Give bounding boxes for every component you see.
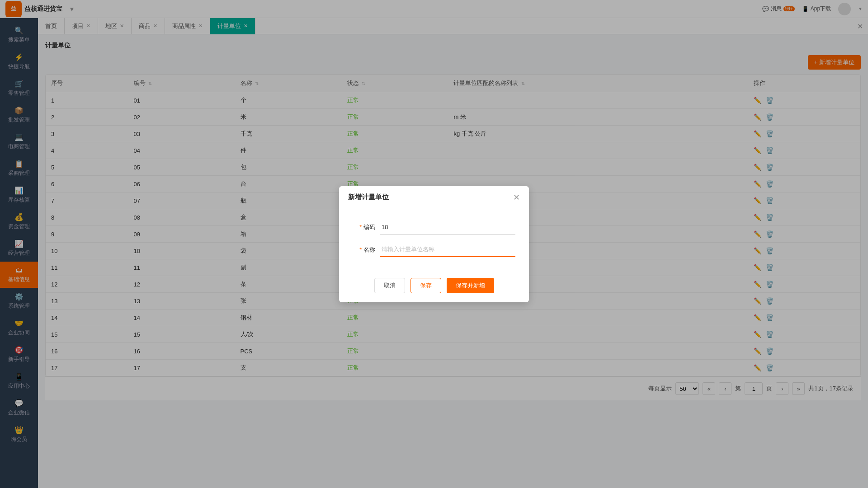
modal-header: 新增计量单位 ✕: [339, 186, 529, 209]
code-label: * 编码: [353, 223, 375, 231]
modal-close-button[interactable]: ✕: [513, 192, 520, 202]
form-row-name: * 名称: [353, 243, 515, 257]
save-button[interactable]: 保存: [410, 278, 441, 293]
cancel-button[interactable]: 取消: [374, 278, 405, 293]
modal-footer: 取消 保存 保存并新增: [339, 272, 529, 302]
form-row-code: * 编码: [353, 220, 515, 235]
modal-title: 新增计量单位: [348, 193, 389, 202]
name-required-star: *: [359, 246, 362, 253]
save-new-button[interactable]: 保存并新增: [447, 278, 494, 293]
modal-overlay[interactable]: 新增计量单位 ✕ * 编码 * 名称 取消 保存 保存并新增: [0, 0, 868, 488]
code-input[interactable]: [380, 220, 515, 235]
modal-body: * 编码 * 名称: [339, 209, 529, 272]
code-required-star: *: [359, 224, 362, 230]
name-input[interactable]: [380, 243, 515, 257]
name-label: * 名称: [353, 246, 375, 254]
add-unit-modal: 新增计量单位 ✕ * 编码 * 名称 取消 保存 保存并新增: [339, 186, 529, 302]
